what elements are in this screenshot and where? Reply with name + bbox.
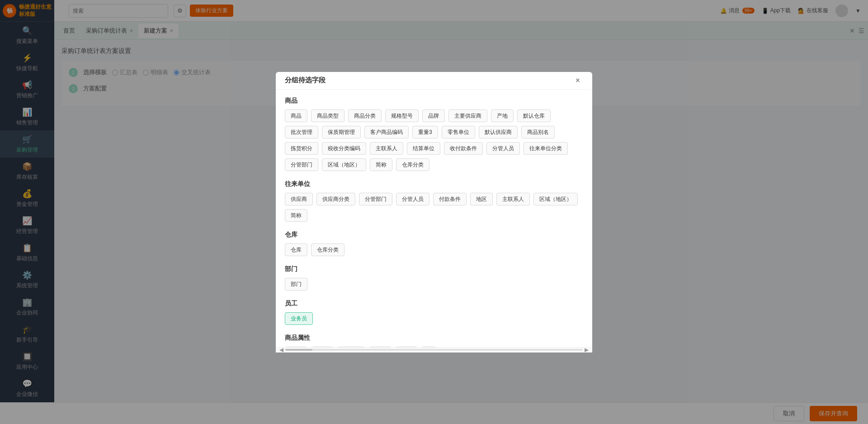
modal-title: 分组待选字段	[285, 76, 326, 85]
section-warehouse-title: 仓库	[285, 231, 583, 239]
tag-goods-1[interactable]: 商品类型	[311, 110, 344, 122]
section-goods-tags: 商品 商品类型 商品分类 规格型号 品牌 主要供应商 产地 默认仓库 批次管理 …	[285, 110, 583, 171]
modal-overlay: 分组待选字段 × 商品 商品 商品类型 商品分类 规格型号 品牌 主要供应商 产…	[0, 0, 868, 424]
tag-goods-25[interactable]: 仓库分类	[396, 158, 429, 171]
tag-partner-2[interactable]: 分管部门	[359, 193, 392, 205]
tag-goods-23[interactable]: 区域（地区）	[322, 158, 366, 171]
section-warehouse-tags: 仓库 仓库分类	[285, 243, 583, 256]
tag-partner-4[interactable]: 付款条件	[433, 193, 467, 205]
tag-warehouse-1[interactable]: 仓库分类	[311, 243, 344, 256]
modal-dialog: 分组待选字段 × 商品 商品 商品类型 商品分类 规格型号 品牌 主要供应商 产…	[276, 72, 592, 353]
tag-goods-7[interactable]: 默认仓库	[517, 110, 551, 122]
section-product-attr-title: 商品属性	[285, 334, 583, 342]
modal-header: 分组待选字段 ×	[276, 72, 592, 90]
tag-goods-4[interactable]: 品牌	[422, 110, 445, 122]
tag-goods-13[interactable]: 默认供应商	[479, 126, 518, 138]
modal-body[interactable]: 商品 商品 商品类型 商品分类 规格型号 品牌 主要供应商 产地 默认仓库 批次…	[276, 90, 592, 347]
tag-goods-20[interactable]: 分管人员	[486, 142, 520, 155]
tag-partner-7[interactable]: 区域（地区）	[533, 193, 578, 205]
tag-goods-9[interactable]: 保质期管理	[322, 126, 361, 138]
tag-department-0[interactable]: 部门	[285, 278, 307, 291]
section-partner-tags: 供应商 供应商分类 分管部门 分管人员 付款条件 地区 主联系人 区域（地区） …	[285, 193, 583, 222]
section-employee-tags: 业务员	[285, 312, 583, 325]
tag-employee-0[interactable]: 业务员	[285, 312, 313, 325]
tag-partner-1[interactable]: 供应商分类	[316, 193, 355, 205]
modal-horizontal-scrollbar[interactable]: ◀ ▶	[276, 347, 592, 353]
section-warehouse: 仓库 仓库 仓库分类	[285, 231, 583, 256]
tag-goods-14[interactable]: 商品别名	[521, 126, 555, 138]
scroll-right-arrow[interactable]: ▶	[583, 347, 590, 353]
tag-goods-21[interactable]: 往来单位分类	[524, 142, 568, 155]
scroll-left-arrow[interactable]: ◀	[278, 347, 285, 353]
section-product-attr: 商品属性 属性 颜色 多规格 尺码 鞋码 1	[285, 334, 583, 347]
section-department-tags: 部门	[285, 278, 583, 291]
section-department-title: 部门	[285, 265, 583, 273]
tag-goods-24[interactable]: 简称	[370, 158, 392, 171]
tag-goods-17[interactable]: 主联系人	[370, 142, 403, 155]
section-employee: 员工 业务员	[285, 300, 583, 325]
scroll-thumb[interactable]	[285, 349, 312, 351]
section-employee-title: 员工	[285, 300, 583, 308]
tag-partner-0[interactable]: 供应商	[285, 193, 313, 205]
section-goods-title: 商品	[285, 97, 583, 105]
tag-partner-5[interactable]: 地区	[470, 193, 493, 205]
tag-goods-2[interactable]: 商品分类	[348, 110, 382, 122]
tag-goods-16[interactable]: 税收分类编码	[322, 142, 366, 155]
tag-goods-12[interactable]: 零售单位	[442, 126, 475, 138]
tag-goods-6[interactable]: 产地	[491, 110, 514, 122]
tag-goods-19[interactable]: 收付款条件	[444, 142, 483, 155]
section-goods: 商品 商品 商品类型 商品分类 规格型号 品牌 主要供应商 产地 默认仓库 批次…	[285, 97, 583, 171]
tag-partner-8[interactable]: 简称	[285, 209, 307, 222]
section-department: 部门 部门	[285, 265, 583, 291]
tag-warehouse-0[interactable]: 仓库	[285, 243, 307, 256]
tag-goods-3[interactable]: 规格型号	[385, 110, 419, 122]
tag-goods-8[interactable]: 批次管理	[285, 126, 318, 138]
tag-goods-10[interactable]: 客户商品编码	[364, 126, 409, 138]
tag-goods-18[interactable]: 结算单位	[407, 142, 440, 155]
section-partner-title: 往来单位	[285, 180, 583, 188]
tag-goods-0[interactable]: 商品	[285, 110, 307, 122]
tag-goods-5[interactable]: 主要供应商	[448, 110, 487, 122]
tag-goods-11[interactable]: 重量3	[412, 126, 438, 138]
modal-close-btn[interactable]: ×	[572, 75, 583, 86]
tag-partner-6[interactable]: 主联系人	[496, 193, 530, 205]
section-partner: 往来单位 供应商 供应商分类 分管部门 分管人员 付款条件 地区 主联系人 区域…	[285, 180, 583, 222]
tag-partner-3[interactable]: 分管人员	[396, 193, 429, 205]
scroll-track	[285, 349, 583, 351]
tag-goods-22[interactable]: 分管部门	[285, 158, 318, 171]
tag-goods-15[interactable]: 拣货积分	[285, 142, 318, 155]
